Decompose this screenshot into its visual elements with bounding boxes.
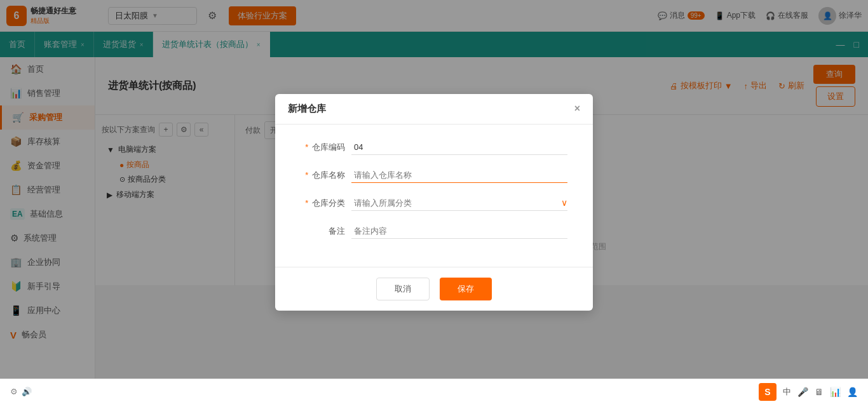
category-required-star: * [305,198,308,208]
bottom-chart-icon[interactable]: 📊 [830,387,841,397]
name-label: * 仓库名称 [301,170,351,181]
cancel-button[interactable]: 取消 [376,278,430,300]
form-row-code: * 仓库编码 [301,140,567,155]
volume-icon[interactable]: 🔊 [22,387,32,396]
save-button[interactable]: 保存 [440,278,492,300]
warehouse-name-input[interactable] [351,168,567,183]
form-row-note: 备注 [301,224,567,239]
warehouse-code-input[interactable] [351,140,567,155]
category-label: * 仓库分类 [301,198,351,209]
new-warehouse-modal: 新增仓库 × * 仓库编码 * 仓库名称 [275,94,593,311]
bottom-user-icon[interactable]: 👤 [847,387,858,397]
category-dropdown-arrow[interactable]: ∨ [561,198,567,208]
name-required-star: * [305,170,308,180]
form-row-category: * 仓库分类 ∨ [301,196,567,211]
note-label: 备注 [301,226,351,237]
bottom-bar: ⚙ 🔊 S 中 🎤 🖥 📊 👤 [0,379,868,404]
form-row-name: * 仓库名称 [301,168,567,183]
modal-body: * 仓库编码 * 仓库名称 * 仓库分类 [275,125,593,267]
warehouse-category-input[interactable] [351,196,561,210]
note-input[interactable] [351,224,567,239]
category-label-text: 仓库分类 [312,198,345,208]
code-required-star: * [305,142,308,152]
note-label-text: 备注 [329,226,345,236]
code-label-text: 仓库编码 [312,142,345,152]
modal-footer: 取消 保存 [275,267,593,311]
modal-overlay[interactable]: 新增仓库 × * 仓库编码 * 仓库名称 [0,0,868,404]
bottom-text-icon[interactable]: 中 [783,386,791,398]
modal-close-button[interactable]: × [574,104,580,114]
bottom-mic-icon[interactable]: 🎤 [797,387,808,397]
bottom-monitor-icon[interactable]: 🖥 [815,387,824,397]
modal-title: 新增仓库 [288,103,326,115]
modal-header: 新增仓库 × [275,94,593,125]
sidebar-bottom-controls: ⚙ 🔊 [10,387,32,396]
category-select-wrapper: ∨ [351,196,567,211]
code-label: * 仓库编码 [301,142,351,153]
name-label-text: 仓库名称 [312,170,345,180]
settings-icon[interactable]: ⚙ [10,387,18,396]
bottom-s-logo: S [759,383,776,401]
bottom-icons: S 中 🎤 🖥 📊 👤 [759,383,858,401]
